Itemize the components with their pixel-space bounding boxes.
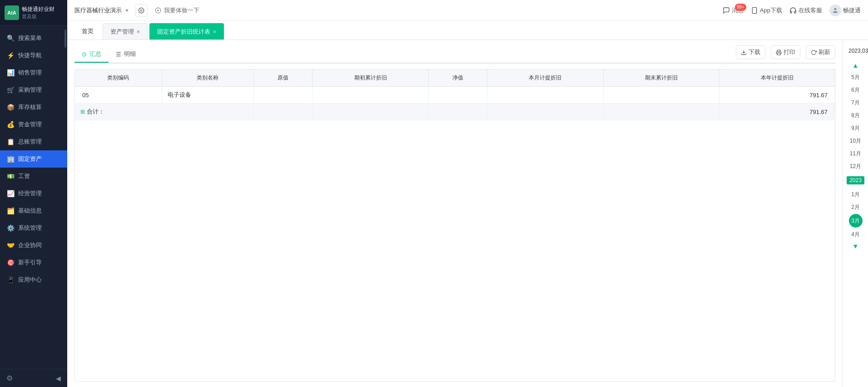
tab-asset-manage-close-icon[interactable]: × <box>137 29 140 35</box>
detail-icon: ☰ <box>116 51 121 58</box>
trial-label: 我要体验一下 <box>164 6 199 15</box>
month-item-11[interactable]: 11月 <box>846 148 866 159</box>
month-item-2[interactable]: 2月 <box>846 201 866 213</box>
sidebar-item-ledger[interactable]: 📋 总账管理 <box>0 133 67 150</box>
sidebar-item-label: 新手引导 <box>18 258 42 267</box>
topbar-right: 消息 99+ App下载 在线客服 畅捷通 <box>723 5 861 16</box>
service-button[interactable]: 在线客服 <box>789 6 822 15</box>
sidebar-item-label: 工资 <box>18 172 30 180</box>
sidebar-item-label: 应用中心 <box>18 276 42 284</box>
data-table-wrapper: 类别编码 类别名称 原值 期初累计折旧 净值 本月计提折旧 期末累计折旧 本年计… <box>74 69 835 382</box>
sidebar-item-system[interactable]: ⚙️ 系统管理 <box>0 219 67 237</box>
main-area: 医疗器械行业演示 ▼ 我要体验一下 消息 99+ App下载 在线客 <box>67 0 868 387</box>
sub-tab-summary-label: 汇总 <box>89 50 101 58</box>
tab-home[interactable]: 首页 <box>74 23 101 40</box>
toolbar: 下载 打印 刷新 <box>736 45 835 59</box>
sidebar-item-enterprise[interactable]: 🤝 企业协同 <box>0 237 67 254</box>
month-item-12[interactable]: 12月 <box>846 160 866 172</box>
sidebar-item-fixed-asset[interactable]: 🏢 固定资产 <box>0 150 67 168</box>
tab-fixed-asset-label: 固定资产折旧统计表 <box>157 28 210 36</box>
sidebar-item-inventory[interactable]: 📦 库存核算 <box>0 99 67 116</box>
summary-icon: ⊙ <box>82 51 87 58</box>
refresh-icon <box>811 50 817 55</box>
cell-beginning-dep <box>312 87 429 104</box>
sub-tabs: ⊙ 汇总 ☰ 明细 下载 打印 <box>74 45 835 64</box>
cell-net-value <box>429 87 487 104</box>
sub-tab-detail[interactable]: ☰ 明细 <box>109 46 143 63</box>
total-ending-dep <box>603 104 719 120</box>
print-icon <box>776 50 782 55</box>
sidebar-item-operations[interactable]: 📈 经营管理 <box>0 185 67 202</box>
print-button[interactable]: 打印 <box>771 45 800 59</box>
download-label: 下载 <box>749 48 760 56</box>
total-monthly-dep <box>487 104 604 120</box>
table-row: 05 电子设备 791.67 <box>75 87 835 104</box>
year-badge-item: 2023 <box>846 174 866 186</box>
refresh-button[interactable]: 刷新 <box>806 45 835 59</box>
download-btn-icon <box>741 50 747 55</box>
app-download-button[interactable]: App下载 <box>751 6 782 15</box>
right-date-panel: 2023.03 ✕ ⤢ ▲ 5月 6月 7月 8月 9月 10月 11月 12月… <box>843 40 868 387</box>
user-icon <box>832 7 838 14</box>
col-header-net-value: 净值 <box>429 69 487 87</box>
gear-icon: ⚙️ <box>6 224 15 232</box>
month-item-5[interactable]: 5月 <box>846 71 866 83</box>
sidebar-item-search[interactable]: 🔍 搜索菜单 <box>0 30 67 47</box>
box-icon: 📦 <box>6 103 15 111</box>
sidebar-settings-icon[interactable]: ⚙ <box>6 374 13 382</box>
sidebar-item-sales[interactable]: 📊 销售管理 <box>0 64 67 81</box>
topbar-settings-button[interactable] <box>135 4 148 17</box>
total-net-value <box>429 104 487 120</box>
cell-name: 电子设备 <box>162 87 254 104</box>
user-profile[interactable]: 畅捷通 <box>829 5 861 16</box>
cell-annual-dep: 791.67 <box>719 87 835 104</box>
panel-header-row: 2023.03 ✕ ⤢ <box>843 44 868 58</box>
refresh-label: 刷新 <box>818 48 830 56</box>
sidebar-collapse-icon[interactable]: ◀ <box>56 375 61 382</box>
sidebar-item-basic-info[interactable]: 🗂️ 基础信息 <box>0 202 67 219</box>
sidebar-item-payroll[interactable]: 💵 工资 <box>0 168 67 185</box>
message-button[interactable]: 消息 99+ <box>723 6 744 15</box>
col-header-original: 原值 <box>254 69 312 87</box>
message-icon <box>723 7 730 14</box>
company-selector[interactable]: 医疗器械行业演示 ▼ <box>74 6 129 15</box>
month-item-3-active[interactable]: 3月 <box>849 214 863 228</box>
month-item-4[interactable]: 4月 <box>846 228 866 240</box>
month-item-6[interactable]: 6月 <box>846 84 866 96</box>
trial-button[interactable]: 我要体验一下 <box>155 6 199 15</box>
panel-scroll-up-button[interactable]: ▲ <box>850 60 861 71</box>
operations-icon: 📈 <box>6 189 15 198</box>
sidebar-item-label: 资金管理 <box>18 120 42 129</box>
month-item-9[interactable]: 9月 <box>846 122 866 134</box>
total-beginning-dep <box>312 104 429 120</box>
month-item-10[interactable]: 10月 <box>846 135 866 147</box>
sidebar-navigation: 🔍 搜索菜单 ⚡ 快捷导航 📊 销售管理 🛒 采购管理 📦 库存核算 💰 资金管… <box>0 26 67 369</box>
handshake-icon: 🤝 <box>6 241 15 249</box>
content-main: ⊙ 汇总 ☰ 明细 下载 打印 <box>67 40 843 387</box>
tab-fixed-asset-depreciation[interactable]: 固定资产折旧统计表 × <box>149 23 224 40</box>
total-original <box>254 104 312 120</box>
app-download-label: App下载 <box>760 6 782 15</box>
tab-asset-manage[interactable]: 资产管理 × <box>103 23 148 40</box>
month-item-7[interactable]: 7月 <box>846 97 866 109</box>
month-item-1[interactable]: 1月 <box>846 189 866 200</box>
table-header-row: 类别编码 类别名称 原值 期初累计折旧 净值 本月计提折旧 期末累计折旧 本年计… <box>75 69 835 87</box>
col-header-name: 类别名称 <box>162 69 254 87</box>
avatar <box>829 5 841 16</box>
sidebar-item-capital[interactable]: 💰 资金管理 <box>0 116 67 133</box>
total-icon: ⊞ <box>80 109 85 115</box>
sidebar-item-app-center[interactable]: 📱 应用中心 <box>0 271 67 288</box>
download-button[interactable]: 下载 <box>736 45 765 59</box>
sidebar-item-purchase[interactable]: 🛒 采购管理 <box>0 81 67 99</box>
company-caret-icon: ▼ <box>124 8 129 13</box>
col-header-code: 类别编码 <box>75 69 162 87</box>
month-item-8[interactable]: 8月 <box>846 109 866 121</box>
panel-scroll-down-button[interactable]: ▼ <box>850 241 861 252</box>
sidebar-item-quick-nav[interactable]: ⚡ 快捷导航 <box>0 47 67 64</box>
sidebar-item-guide[interactable]: 🎯 新手引导 <box>0 254 67 271</box>
logo-text: AtA <box>7 10 16 15</box>
svg-rect-4 <box>752 7 756 13</box>
tab-fixed-asset-close-icon[interactable]: × <box>213 29 216 35</box>
sub-tab-summary[interactable]: ⊙ 汇总 <box>74 46 109 63</box>
money-icon: 💰 <box>6 120 15 129</box>
